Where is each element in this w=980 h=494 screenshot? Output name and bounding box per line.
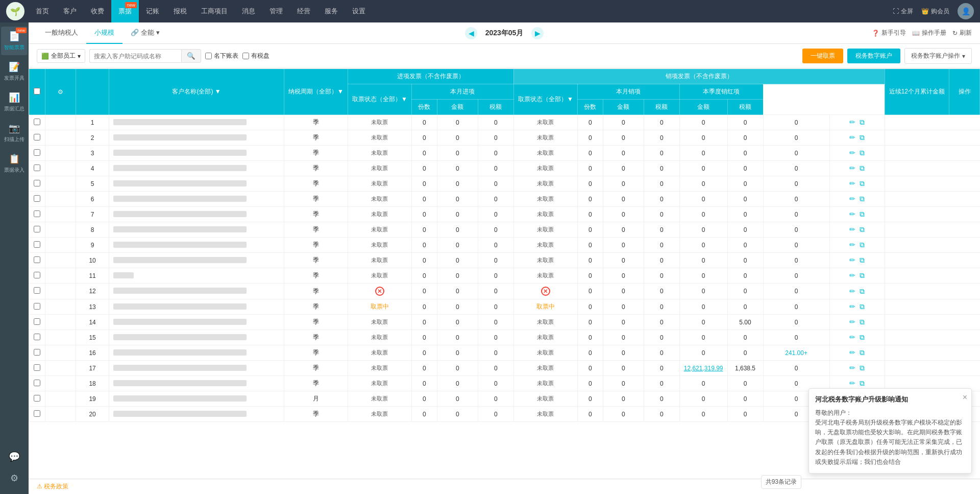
row-checkbox[interactable] <box>29 391 45 407</box>
next-month-btn[interactable]: ▶ <box>531 27 544 39</box>
sidebar-item-chat[interactable]: 💬 <box>1 447 28 466</box>
nav-service[interactable]: 服务 <box>317 0 345 22</box>
row-checkbox[interactable] <box>29 361 45 376</box>
copy-icon[interactable]: ⧉ <box>860 118 865 126</box>
search-button[interactable]: 🔍 <box>181 49 201 63</box>
edit-icon[interactable]: ✏ <box>849 379 855 387</box>
row-checkbox[interactable] <box>29 268 45 284</box>
sidebar-item-gear[interactable]: ⚙ <box>1 468 28 488</box>
new-guide-btn[interactable]: ❓ 新手引导 <box>872 29 906 37</box>
copy-icon[interactable]: ⧉ <box>860 133 865 142</box>
search-input[interactable] <box>89 49 181 63</box>
sidebar-item-scan[interactable]: 📷 扫描上传 <box>1 119 28 147</box>
sidebar-item-invoice[interactable]: 📝 发票开具 <box>1 57 28 86</box>
copy-icon[interactable]: ⧉ <box>860 302 865 311</box>
nav-manage[interactable]: 管理 <box>262 0 290 22</box>
copy-icon[interactable]: ⧉ <box>860 318 865 326</box>
copy-icon[interactable]: ⧉ <box>860 333 865 341</box>
row-checkbox[interactable] <box>29 345 45 361</box>
copy-icon[interactable]: ⧉ <box>860 287 865 295</box>
edit-icon[interactable]: ✏ <box>849 364 855 372</box>
one-click-ticket-btn[interactable]: 一键取票 <box>802 49 843 63</box>
tax-digital-account-btn[interactable]: 税务数字账户 <box>847 49 900 63</box>
edit-icon[interactable]: ✏ <box>849 287 855 295</box>
sidebar-item-summary[interactable]: 📊 票据汇总 <box>1 88 28 116</box>
edit-icon[interactable]: ✏ <box>849 241 855 249</box>
manual-btn[interactable]: 📖 操作手册 <box>912 29 946 37</box>
row-out-num: 0 <box>577 376 603 391</box>
checkbox-account-table[interactable]: 名下账表 <box>205 52 238 60</box>
row-checkbox[interactable] <box>29 315 45 330</box>
popup-close-btn[interactable]: × <box>963 393 967 402</box>
nav-business[interactable]: 工商项目 <box>194 0 235 22</box>
nav-accounting[interactable]: 记账 <box>139 0 166 22</box>
tab-general-taxpayer[interactable]: 一般纳税人 <box>37 22 86 44</box>
edit-icon[interactable]: ✏ <box>849 149 855 157</box>
tab-all[interactable]: 🔗 全能 ▾ <box>122 22 168 44</box>
edit-icon[interactable]: ✏ <box>849 118 855 126</box>
fullscreen-btn[interactable]: ⛶ 全屏 <box>893 7 913 16</box>
checkbox-tax-disk[interactable]: 有税盘 <box>242 52 270 60</box>
nav-tickets[interactable]: 票据 new <box>111 0 139 22</box>
nav-messages[interactable]: 消息 <box>235 0 262 22</box>
copy-icon[interactable]: ⧉ <box>860 379 865 387</box>
copy-icon[interactable]: ⧉ <box>860 241 865 249</box>
row-checkbox[interactable] <box>29 161 45 176</box>
edit-icon[interactable]: ✏ <box>849 302 855 311</box>
nav-operations[interactable]: 经营 <box>290 0 317 22</box>
nav-clients[interactable]: 客户 <box>56 0 84 22</box>
employee-select[interactable]: 🟩 全部员工 ▾ <box>37 49 85 63</box>
row-checkbox[interactable] <box>29 376 45 391</box>
row-checkbox[interactable] <box>29 407 45 422</box>
nav-settings[interactable]: 设置 <box>345 0 373 22</box>
copy-icon[interactable]: ⧉ <box>860 210 865 218</box>
row-checkbox[interactable] <box>29 115 45 130</box>
row-checkbox[interactable] <box>29 207 45 222</box>
copy-icon[interactable]: ⧉ <box>860 364 865 372</box>
edit-icon[interactable]: ✏ <box>849 348 855 357</box>
row-checkbox[interactable] <box>29 253 45 268</box>
user-avatar[interactable]: 👤 <box>958 3 974 19</box>
edit-icon[interactable]: ✏ <box>849 195 855 203</box>
edit-icon[interactable]: ✏ <box>849 179 855 187</box>
edit-icon[interactable]: ✏ <box>849 225 855 233</box>
row-out-tax: 0 <box>644 268 679 284</box>
row-checkbox[interactable] <box>29 238 45 253</box>
row-checkbox[interactable] <box>29 176 45 192</box>
edit-icon[interactable]: ✏ <box>849 164 855 172</box>
row-out-num: 0 <box>577 192 603 207</box>
tab-small-scale[interactable]: 小规模 <box>86 22 122 44</box>
row-checkbox[interactable] <box>29 284 45 299</box>
copy-icon[interactable]: ⧉ <box>860 149 865 157</box>
vip-btn[interactable]: 👑 购会员 <box>921 7 949 16</box>
tax-digital-ops-btn[interactable]: 税务数字账户操作 ▾ <box>904 48 972 64</box>
copy-icon[interactable]: ⧉ <box>860 271 865 279</box>
row-checkbox[interactable] <box>29 299 45 315</box>
row-checkbox[interactable] <box>29 222 45 238</box>
row-checkbox[interactable] <box>29 330 45 345</box>
row-checkbox[interactable] <box>29 146 45 161</box>
copy-icon[interactable]: ⧉ <box>860 348 865 357</box>
edit-icon[interactable]: ✏ <box>849 333 855 341</box>
tax-policy-link[interactable]: ⚠ 税务政策 <box>37 482 68 491</box>
copy-icon[interactable]: ⧉ <box>860 256 865 264</box>
copy-icon[interactable]: ⧉ <box>860 225 865 233</box>
nav-fees[interactable]: 收费 <box>84 0 111 22</box>
row-checkbox[interactable] <box>29 130 45 146</box>
refresh-btn[interactable]: ↻ 刷新 <box>952 29 972 37</box>
edit-icon[interactable]: ✏ <box>849 210 855 218</box>
prev-month-btn[interactable]: ◀ <box>465 27 477 39</box>
nav-home[interactable]: 首页 <box>29 0 56 22</box>
row-checkbox[interactable] <box>29 192 45 207</box>
edit-icon[interactable]: ✏ <box>849 318 855 326</box>
select-all-checkbox[interactable] <box>34 88 40 95</box>
copy-icon[interactable]: ⧉ <box>860 179 865 187</box>
copy-icon[interactable]: ⧉ <box>860 195 865 203</box>
sidebar-item-smart-ticket[interactable]: 📄 智能票票 new <box>1 27 28 55</box>
edit-icon[interactable]: ✏ <box>849 256 855 264</box>
edit-icon[interactable]: ✏ <box>849 133 855 142</box>
edit-icon[interactable]: ✏ <box>849 271 855 279</box>
nav-tax[interactable]: 报税 <box>166 0 194 22</box>
sidebar-item-entry[interactable]: 📋 票据录入 <box>1 149 28 178</box>
copy-icon[interactable]: ⧉ <box>860 164 865 172</box>
